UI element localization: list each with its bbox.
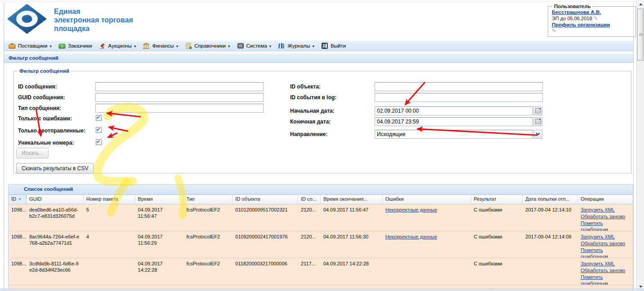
journals-icon — [278, 42, 285, 49]
menu-item-exit[interactable]: Выйти — [318, 42, 350, 49]
user-name-link[interactable]: Бесстрашнова А.В. — [552, 9, 601, 15]
menu-item-directories[interactable]: Справочники — [182, 42, 234, 49]
cell-id: 1098... — [9, 258, 27, 285]
only-unsent-label: Только неотправленные: — [18, 128, 85, 134]
cell-type: fcsProtocolEF2 — [183, 258, 233, 285]
search-button[interactable]: Искать... — [16, 148, 49, 159]
column-header-packet[interactable]: Номер пакета — [84, 195, 135, 204]
direction-combobox[interactable] — [375, 130, 532, 139]
operation-link[interactable]: Обработать заново — [581, 213, 630, 220]
column-header-attempt-date[interactable]: Дата попытки отп... — [523, 195, 578, 204]
column-header-event-id[interactable]: ID со... — [298, 195, 321, 204]
log-event-id-label: ID события в log: — [290, 94, 336, 101]
column-header-result[interactable]: Результат — [471, 195, 523, 204]
cell-operations: Загрузить XMLОбработать зановоПометить о… — [578, 231, 633, 258]
org-profile-link[interactable]: Профиль организации — [552, 22, 610, 28]
operation-link[interactable]: Загрузить XML — [581, 260, 630, 267]
user-panel-legend: Пользователь — [553, 4, 592, 9]
only-errors-label: Только с ошибками: — [18, 115, 72, 122]
cell-event-id: 2120... — [298, 204, 321, 231]
column-header-guid[interactable]: GUID — [27, 195, 84, 204]
cell-time: 04.09.2017 11:56:47 — [135, 204, 184, 231]
cell-operations: Загрузить XMLОбработать зановоПометить о… — [578, 258, 633, 285]
message-type-input[interactable] — [95, 104, 264, 113]
cell-result: С ошибками — [471, 231, 523, 258]
error-link[interactable]: Некорректные данные — [385, 207, 437, 212]
cell-result: С ошибками — [471, 204, 523, 231]
chevron-down-icon — [134, 43, 136, 48]
menu-item-journals[interactable]: Журналы — [275, 42, 318, 49]
start-date-input[interactable] — [375, 106, 532, 115]
object-id-label: ID объекта: — [290, 84, 321, 90]
cell-result: С ошибками — [471, 258, 523, 285]
unique-numbers-checkbox[interactable] — [96, 139, 102, 145]
column-header-time[interactable]: Время — [135, 195, 184, 204]
menu-item-label: Система — [246, 43, 267, 48]
filter-panel: Фильтр сообщений ID сообщения: GUID сооб… — [13, 68, 631, 173]
operation-link[interactable]: Пометить ошибочным — [581, 274, 630, 285]
column-header-id[interactable]: ID — [9, 195, 27, 204]
scrollbar-grip — [639, 34, 643, 36]
column-header-end-time[interactable]: Время окончания... — [321, 195, 383, 204]
cell-attempt-date: 2017-09-04 12:14:09 — [523, 231, 578, 258]
operation-link[interactable]: Пометить ошибочным — [581, 220, 630, 231]
download-csv-button[interactable]: Скачать результаты в CSV — [16, 163, 94, 174]
direction-dropdown-button[interactable] — [533, 130, 542, 139]
column-header-object-id[interactable]: ID объекта — [233, 195, 298, 204]
log-event-id-input[interactable] — [375, 93, 543, 102]
scrollbar-thumb[interactable] — [637, 9, 644, 61]
start-date-calendar-button[interactable] — [533, 106, 542, 115]
column-header-type[interactable]: Тип — [183, 195, 233, 204]
table-row[interactable]: 1098... 3cdfda9b-8111-6d6e-9e2d-8d34f423… — [9, 258, 633, 285]
cell-packet-number: 5 — [84, 204, 135, 231]
error-link[interactable]: Некорректные данные — [385, 234, 437, 239]
table-row[interactable]: 1098... 8ac9644a-7264-e6ef-e768-a2b2a774… — [9, 231, 633, 258]
operation-link[interactable]: Обработать заново — [581, 240, 630, 247]
cell-attempt-date: 2017-09-04 12:14:10 — [523, 204, 578, 231]
menu-item-customers[interactable]: Заказчики — [56, 42, 96, 49]
message-type-label: Тип сообщения: — [18, 105, 61, 111]
logo-line-3: площадка — [54, 24, 133, 33]
menu-item-finance[interactable]: Финансы — [140, 42, 182, 49]
message-id-input[interactable] — [95, 82, 264, 91]
unique-numbers-label: Уникальные номера: — [18, 140, 74, 146]
cell-packet-number — [84, 258, 135, 285]
end-date-calendar-button[interactable] — [533, 117, 542, 126]
message-guid-input[interactable] — [95, 93, 264, 102]
edit-pencil-icon[interactable] — [594, 15, 598, 22]
operation-link[interactable]: Обработать заново — [581, 267, 630, 273]
menu-item-system[interactable]: Система — [234, 42, 276, 49]
cell-guid: 8ac9644a-7264-e6ef-e768-a2b2a77471d1 — [27, 231, 84, 258]
bottom-scroll-strip — [0, 289, 644, 291]
directories-icon — [185, 42, 192, 49]
column-header-errors[interactable]: Ошибки — [383, 195, 471, 204]
cell-time: 04.09.2017 14:22:28 — [135, 258, 184, 285]
grid-header-row: ID GUID Номер пакета Время Тип ID объект… — [9, 195, 633, 204]
messages-grid: Список сообщений ID GUID Номер пакета Вр… — [8, 184, 633, 291]
finance-icon — [143, 42, 150, 49]
edit-pencil-icon-2[interactable] — [552, 28, 556, 34]
message-id-label: ID сообщения: — [18, 84, 57, 90]
end-date-input[interactable] — [375, 117, 532, 126]
operation-link[interactable]: Загрузить XML — [581, 207, 630, 213]
user-panel: Пользователь Бесстрашнова А.В. ЭП до 05.… — [548, 4, 636, 37]
app-root: Единая электронная торговая площадка Пол… — [0, 0, 644, 291]
cell-time: 04.09.2017 11:56:29 — [135, 231, 184, 258]
object-id-input[interactable] — [375, 82, 543, 91]
chevron-down-icon — [269, 43, 272, 48]
chevron-down-icon — [176, 43, 179, 48]
only-errors-checkbox[interactable] — [96, 115, 102, 121]
cell-errors — [383, 258, 471, 285]
cell-attempt-date — [523, 258, 578, 285]
only-unsent-checkbox[interactable] — [96, 127, 102, 133]
page-title: Фильтр сообщений — [9, 55, 58, 61]
menu-item-suppliers[interactable]: Поставщики — [6, 42, 56, 49]
sort-desc-icon — [18, 198, 21, 200]
scrollbar-up-button[interactable] — [637, 0, 644, 8]
menu-item-auctions[interactable]: Аукционы — [96, 42, 140, 49]
operation-link[interactable]: Пометить ошибочным — [581, 247, 630, 258]
table-row[interactable]: 1098... dea0bed6-ea10-a56d-b2c7-e831d326… — [9, 204, 633, 231]
operation-link[interactable]: Загрузить XML — [581, 234, 630, 240]
column-header-operations[interactable]: Операции — [578, 195, 633, 204]
vertical-scrollbar[interactable] — [636, 0, 644, 291]
